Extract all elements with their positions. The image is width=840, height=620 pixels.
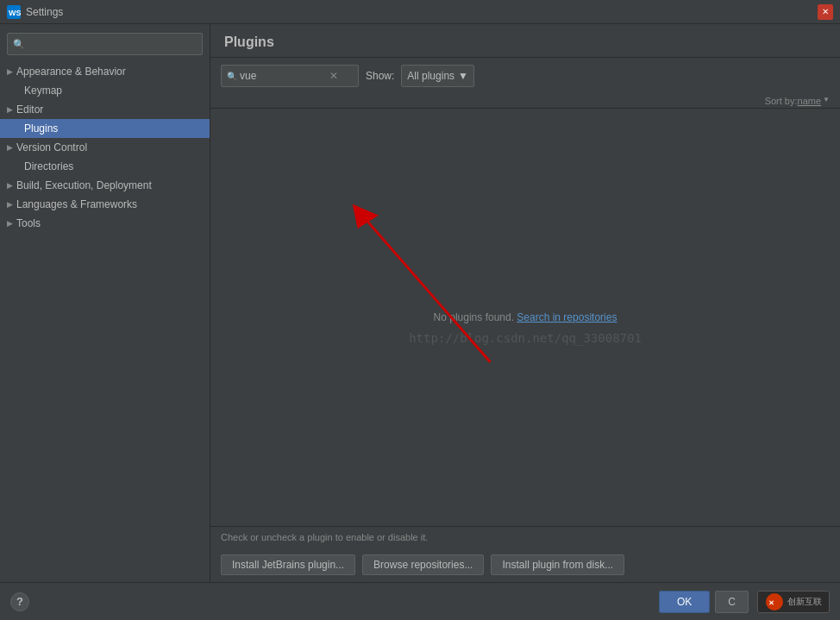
close-button[interactable]: ✕ — [818, 4, 833, 20]
watermark-text: http://blog.csdn.net/qq_33008701 — [409, 331, 642, 345]
sidebar-item-tools[interactable]: ▶ Tools — [0, 214, 210, 233]
plugin-search-input[interactable] — [240, 70, 326, 82]
show-value: All plugins — [407, 70, 454, 82]
help-button[interactable]: ? — [10, 592, 29, 611]
browse-repositories-button[interactable]: Browse repositories... — [362, 554, 484, 575]
content-area: 🔍 ▶ Appearance & Behavior Keymap ▶ Edito… — [0, 24, 840, 582]
sidebar-item-keymap[interactable]: Keymap — [0, 81, 210, 100]
svg-text:WS: WS — [9, 9, 21, 17]
plugin-footer-buttons: Install JetBrains plugin... Browse repos… — [210, 548, 840, 582]
app-icon: WS — [7, 5, 21, 19]
dropdown-arrow-icon: ▼ — [458, 70, 468, 82]
plugin-list: No plugins found. Search in repositories… — [210, 109, 840, 526]
plugin-content: No plugins found. Search in repositories… — [210, 109, 840, 526]
expand-arrow-icon: ▶ — [7, 200, 13, 209]
expand-arrow-icon: ▶ — [7, 143, 13, 152]
expand-arrow-icon: ▶ — [7, 67, 13, 76]
main-panel: Plugins 🔍 ✕ Show: All plugins ▼ Sort by:… — [210, 24, 840, 582]
sidebar-item-build[interactable]: ▶ Build, Execution, Deployment — [0, 176, 210, 195]
title-bar-controls: ✕ — [818, 4, 833, 20]
ok-button[interactable]: OK — [659, 591, 710, 613]
plugin-search-field[interactable]: 🔍 ✕ — [221, 65, 359, 87]
branding-text: 创新互联 — [787, 596, 822, 608]
bottom-bar: ? OK C ✕ 创新互联 — [0, 582, 840, 620]
sort-dropdown-arrow-icon: ▼ — [823, 96, 830, 106]
title-bar-title: Settings — [26, 6, 818, 18]
branding-logo-icon: ✕ — [765, 592, 784, 611]
sidebar: 🔍 ▶ Appearance & Behavior Keymap ▶ Edito… — [0, 24, 210, 582]
show-dropdown[interactable]: All plugins ▼ — [401, 65, 474, 87]
plugin-list-header: Sort by: name ▼ — [210, 94, 840, 109]
dialog-buttons: OK C ✕ 创新互联 — [659, 591, 830, 613]
sidebar-item-languages[interactable]: ▶ Languages & Frameworks — [0, 195, 210, 214]
expand-arrow-icon: ▶ — [7, 181, 13, 190]
expand-arrow-icon: ▶ — [7, 105, 13, 114]
panel-title: Plugins — [210, 24, 840, 58]
sidebar-item-appearance[interactable]: ▶ Appearance & Behavior — [0, 62, 210, 81]
show-label: Show: — [366, 70, 394, 82]
no-plugins-message: No plugins found. Search in repositories — [434, 311, 617, 323]
sidebar-search-input[interactable] — [28, 38, 197, 50]
install-jetbrains-button[interactable]: Install JetBrains plugin... — [221, 554, 355, 575]
sort-value-button[interactable]: name — [798, 96, 822, 106]
plugin-search-icon: 🔍 — [227, 72, 237, 81]
sort-label: Sort by: — [765, 96, 798, 106]
search-clear-button[interactable]: ✕ — [329, 70, 338, 82]
install-from-disk-button[interactable]: Install plugin from disk... — [491, 554, 624, 575]
sidebar-item-vcs[interactable]: ▶ Version Control — [0, 138, 210, 157]
svg-text:✕: ✕ — [768, 599, 774, 607]
sidebar-search-icon: 🔍 — [13, 39, 25, 50]
search-in-repositories-link[interactable]: Search in repositories — [517, 311, 617, 323]
settings-dialog: WS Settings ✕ 🔍 ▶ Appearance & Behavior … — [0, 0, 840, 620]
title-bar: WS Settings ✕ — [0, 0, 840, 24]
branding-badge: ✕ 创新互联 — [757, 591, 830, 613]
plugins-toolbar: 🔍 ✕ Show: All plugins ▼ — [210, 58, 840, 94]
sidebar-item-directories[interactable]: Directories — [0, 157, 210, 176]
sidebar-item-plugins[interactable]: Plugins — [0, 119, 210, 138]
sidebar-search-box[interactable]: 🔍 — [7, 33, 203, 55]
plugin-footer-message: Check or uncheck a plugin to enable or d… — [210, 526, 840, 548]
sidebar-item-editor[interactable]: ▶ Editor — [0, 100, 210, 119]
expand-arrow-icon: ▶ — [7, 219, 13, 228]
cancel-button[interactable]: C — [715, 591, 749, 613]
